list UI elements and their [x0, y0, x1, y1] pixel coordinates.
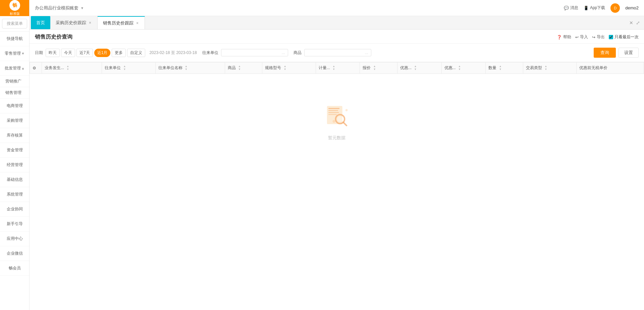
sidebar-item-ecommerce[interactable]: 电商管理 [0, 99, 29, 113]
th-quantity[interactable]: 数量 ▲▼ [486, 62, 523, 74]
sort-arrows-product[interactable]: ▲▼ [238, 65, 241, 71]
sidebar-item-retail[interactable]: 零售管理 ▼ [0, 46, 29, 61]
sort-arrows-discount2[interactable]: ▲▼ [458, 65, 461, 71]
message-button[interactable]: 💬 消息 [564, 5, 578, 11]
search-menu-button[interactable]: 搜索菜单 [2, 19, 27, 29]
top-header: 办公用品行业模拟账套 ▾ 💬 消息 📱 App下载 D demo2 [30, 0, 644, 16]
only-last-label[interactable]: 只看最后一次 [614, 34, 639, 40]
tab-purchase-label: 采购历史价跟踪 [56, 20, 86, 26]
export-button[interactable]: ↪ 导出 [592, 34, 605, 40]
date-range-display: 2023-02-18 至 2023-03-18 [149, 50, 197, 56]
th-biz-date[interactable]: 业务发生... ▲▼ [42, 62, 102, 74]
only-last-checkbox[interactable] [609, 35, 613, 39]
header-right: 💬 消息 📱 App下载 D demo2 [564, 3, 639, 13]
maximize-button[interactable]: ⤢ [636, 20, 640, 25]
export-label: 导出 [597, 34, 605, 40]
user-avatar[interactable]: D [610, 3, 620, 13]
product-filter-group: 商品 ... [293, 49, 371, 56]
sidebar-item-label: 快捷导航 [7, 36, 23, 42]
date-btn-yesterday[interactable]: 昨天 [46, 49, 60, 57]
product-input[interactable] [307, 50, 365, 55]
tab-purchase-close-button[interactable]: × [88, 21, 92, 25]
sidebar-item-finance[interactable]: 资金管理 [0, 143, 29, 158]
help-button[interactable]: ❓ 帮助 [557, 34, 571, 40]
sidebar-item-purchase[interactable]: 采购管理 [0, 113, 29, 128]
from-unit-filter-group: 往来单位 ... [202, 49, 288, 56]
th-unit[interactable]: 计量... ▲▼ [316, 62, 360, 74]
sidebar-item-wechat[interactable]: 企业微信 [0, 246, 29, 261]
sort-arrows-trade-type[interactable]: ▲▼ [544, 65, 547, 71]
date-btn-today[interactable]: 今天 [61, 49, 75, 57]
sort-arrows-unit[interactable]: ▲▼ [332, 65, 335, 71]
sort-arrows-quote[interactable]: ▲▼ [373, 65, 376, 71]
table-wrap: ⚙ 业务发生... ▲▼ 往来单位 ▲▼ 往来单位名称 ▲▼ [30, 62, 644, 310]
tab-sales-close-button[interactable]: × [136, 21, 139, 25]
help-label: 帮助 [563, 34, 571, 40]
th-pre-tax-price[interactable]: 优惠前无税单价 [577, 62, 644, 74]
app-logo[interactable]: 畅 标准版 [0, 0, 29, 16]
th-from-unit[interactable]: 往来单位 ▲▼ [102, 62, 155, 74]
th-trade-type[interactable]: 交易类型 ▲▼ [523, 62, 577, 74]
sort-arrows-spec[interactable]: ▲▼ [284, 65, 286, 71]
date-btn-more[interactable]: 更多 [112, 49, 126, 57]
th-spec[interactable]: 规格型号 ▲▼ [262, 62, 316, 74]
settings-icon[interactable]: ⚙ [33, 66, 36, 70]
sidebar-item-system[interactable]: 系统管理 [0, 187, 29, 202]
sidebar-item-basic[interactable]: 基础信息 [0, 172, 29, 187]
sidebar-item-guide[interactable]: 新手引导 [0, 217, 29, 231]
date-btn-7days[interactable]: 近7天 [76, 49, 93, 57]
svg-rect-3 [328, 112, 339, 113]
sort-arrows-from-unit[interactable]: ▲▼ [123, 65, 126, 71]
date-filter-label: 日期 [35, 50, 43, 56]
th-discount1[interactable]: 优惠... ▲▼ [397, 62, 442, 74]
date-btn-1month[interactable]: 近1月 [94, 49, 111, 57]
data-table: ⚙ 业务发生... ▲▼ 往来单位 ▲▼ 往来单位名称 ▲▼ [30, 62, 644, 74]
app-download-button[interactable]: 📱 App下载 [584, 5, 605, 11]
tab-home[interactable]: 首页 [31, 16, 50, 29]
sidebar-item-label: 基础信息 [7, 177, 23, 183]
close-all-tabs-button[interactable]: ✕ [629, 20, 633, 25]
logo-abbr: 畅 [12, 2, 17, 8]
from-unit-dots[interactable]: ... [282, 50, 285, 55]
sidebar-item-enterprise[interactable]: 企业协同 [0, 202, 29, 217]
sort-arrows-biz-date[interactable]: ▲▼ [66, 65, 69, 71]
filter-area: 日期 昨天 今天 近7天 近1月 更多 自定义 2023-02-18 至 202… [30, 44, 644, 62]
sidebar-item-label: 经营管理 [7, 162, 23, 168]
query-button[interactable]: 查询 [594, 48, 616, 58]
sort-arrows-from-unit-name[interactable]: ▲▼ [185, 65, 187, 71]
from-unit-input[interactable] [224, 50, 282, 55]
settings-button[interactable]: 设置 [619, 48, 639, 58]
sidebar-item-wholesale[interactable]: 批发管理 ▲ [0, 61, 29, 76]
sidebar-item-label: 新手引导 [7, 221, 23, 227]
sidebar-item-operations[interactable]: 经营管理 [0, 158, 29, 172]
sidebar-item-inventory[interactable]: 库存核算 [0, 128, 29, 143]
tab-purchase-history[interactable]: 采购历史价跟踪 × [50, 16, 98, 29]
sidebar-item-label: 系统管理 [7, 192, 23, 197]
th-quote[interactable]: 报价 ▲▼ [360, 62, 397, 74]
sidebar-item-sales[interactable]: 销售管理 [0, 87, 29, 99]
sort-arrows-quantity[interactable]: ▲▼ [499, 65, 502, 71]
sidebar-item-label: 企业协同 [7, 206, 23, 212]
page-title: 销售历史价查询 [35, 34, 72, 41]
tab-sales-history[interactable]: 销售历史价跟踪 × [98, 16, 145, 29]
svg-line-7 [343, 122, 346, 125]
from-unit-label: 往来单位 [202, 50, 218, 56]
sort-arrows-discount1[interactable]: ▲▼ [414, 65, 417, 71]
svg-point-6 [337, 116, 343, 122]
sidebar-item-label: 资金管理 [7, 147, 23, 153]
company-title: 办公用品行业模拟账套 [35, 5, 78, 11]
sidebar-item-marketing[interactable]: 营销推广 [0, 76, 29, 87]
import-button[interactable]: ↩ 导入 [575, 34, 588, 40]
company-dropdown-button[interactable]: ▾ [81, 6, 83, 10]
product-input-wrap: ... [304, 49, 371, 56]
th-from-unit-name[interactable]: 往来单位名称 ▲▼ [155, 62, 225, 74]
sidebar-item-label: 企业微信 [7, 251, 23, 256]
th-discount2[interactable]: 优惠... ▲▼ [441, 62, 486, 74]
product-dots[interactable]: ... [365, 50, 368, 55]
sidebar-item-shortcut[interactable]: 快捷导航 [0, 32, 29, 46]
date-btn-custom[interactable]: 自定义 [127, 49, 145, 57]
sidebar-item-member[interactable]: 畅会员 [0, 261, 29, 276]
th-settings[interactable]: ⚙ [30, 62, 42, 74]
th-product[interactable]: 商品 ▲▼ [225, 62, 262, 74]
sidebar-item-apps[interactable]: 应用中心 [0, 231, 29, 246]
